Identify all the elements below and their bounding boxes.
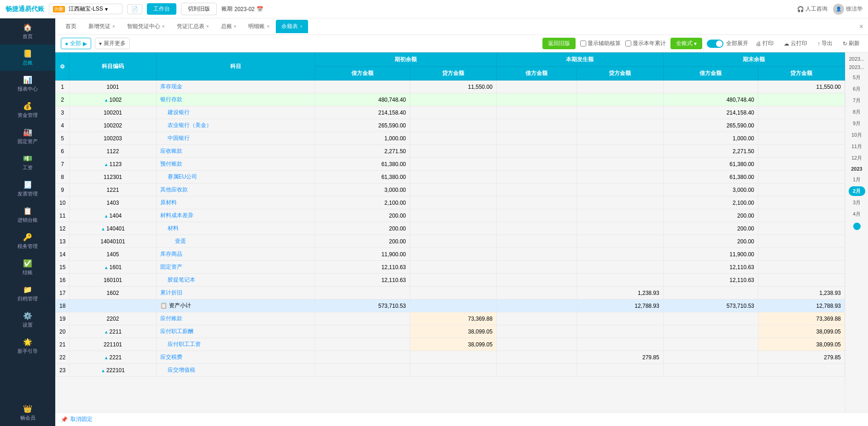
subject-name[interactable]: 应付职工工资 xyxy=(156,338,315,351)
close-all-tabs[interactable]: × xyxy=(859,23,863,31)
month-5[interactable]: 5月 xyxy=(849,73,865,82)
subject-name[interactable]: 预付账款 xyxy=(156,158,315,171)
settings-col-header[interactable]: ⚙ xyxy=(56,53,70,81)
tab-new-voucher[interactable]: 新增凭证 × xyxy=(83,20,121,33)
bottom-bar: 📌 取消固定 xyxy=(55,412,868,426)
expand-all-toggle[interactable]: 全部展开 xyxy=(707,40,748,48)
subject-name[interactable]: 胶提笔记本 xyxy=(156,274,315,287)
tab-smart-voucher-close[interactable]: × xyxy=(162,24,165,29)
subject-name[interactable]: 壹蛋 xyxy=(156,235,315,248)
subject-name[interactable]: 应交增值税 xyxy=(156,364,315,377)
tab-balance[interactable]: 余额表 × xyxy=(276,20,308,33)
sidebar-item-home[interactable]: 🏠 首页 xyxy=(0,18,55,45)
show-ytd-checkbox[interactable]: 显示本年累计 xyxy=(625,40,666,47)
switch-old-btn[interactable]: 切到旧版 xyxy=(181,3,217,15)
month-1[interactable]: 1月 xyxy=(849,175,865,184)
user-info[interactable]: 👤 徐洁华 xyxy=(833,4,862,15)
subject-name[interactable]: 其他应收款 xyxy=(156,184,315,196)
subject-name[interactable]: 应付账款 xyxy=(156,312,315,325)
subject-name[interactable]: 固定资产 xyxy=(156,261,315,274)
subject-code: 1403 xyxy=(70,196,156,209)
tab-detail-ledger[interactable]: 明细账 × xyxy=(243,20,275,33)
sidebar-item-salary[interactable]: 💵 工资 xyxy=(0,150,55,176)
month-12[interactable]: 12月 xyxy=(849,153,865,163)
doc-icon-btn[interactable]: 📄 xyxy=(127,4,142,14)
right-panel-toggle[interactable] xyxy=(853,223,861,230)
aux-checkbox-input[interactable] xyxy=(580,40,586,46)
subject-name[interactable]: 应付职工薪酬 xyxy=(156,325,315,338)
service-btn[interactable]: 🎧 人工咨询 xyxy=(797,5,827,13)
subject-name[interactable]: 应交税费 xyxy=(156,351,315,364)
subject-name[interactable]: 赛属EU公司 xyxy=(156,171,315,184)
row-no: 9 xyxy=(56,184,70,196)
tab-balance-close[interactable]: × xyxy=(300,24,303,29)
subject-name[interactable]: 建设银行 xyxy=(156,106,315,119)
subject-name[interactable]: 材料 xyxy=(156,222,315,235)
print-btn[interactable]: 🖨 打印 xyxy=(753,38,776,49)
tab-general-ledger-close[interactable]: × xyxy=(234,24,237,29)
filter-all-btn[interactable]: ● 全部 ▶ xyxy=(61,38,91,49)
tab-home[interactable]: 首页 xyxy=(60,20,82,33)
month-7[interactable]: 7月 xyxy=(849,96,865,105)
month-11[interactable]: 11月 xyxy=(849,142,865,151)
opening-header: 期初余额 xyxy=(315,53,496,67)
ytd-checkbox-input[interactable] xyxy=(625,40,631,46)
sidebar-item-tax[interactable]: 🔑 税务管理 xyxy=(0,228,55,254)
show-aux-checkbox[interactable]: 显示辅助核算 xyxy=(580,40,621,47)
subject-name[interactable]: 银行存款 xyxy=(156,93,315,106)
subject-name[interactable]: 材料成本差异 xyxy=(156,209,315,222)
subject-name[interactable]: 农业银行（美金） xyxy=(156,119,315,132)
month-2-active[interactable]: 2月 xyxy=(849,186,865,196)
company-select[interactable]: 勿删 江西融宝-LSS ▾ xyxy=(49,4,122,14)
tab-smart-voucher[interactable]: 智能凭证中心 × xyxy=(122,20,170,33)
tab-voucher-summary[interactable]: 凭证汇总表 × xyxy=(171,20,215,33)
tab-new-voucher-close[interactable]: × xyxy=(112,24,115,29)
tab-general-ledger[interactable]: 总账 × xyxy=(216,20,242,33)
refresh-btn[interactable]: ↻ 刷新 xyxy=(840,38,862,49)
format-btn[interactable]: 全账式 ▾ xyxy=(670,38,702,49)
month-3[interactable]: 3月 xyxy=(849,198,865,207)
end-debit: 200.00 xyxy=(663,235,758,248)
sidebar-item-guide[interactable]: 🌟 新手引导 xyxy=(0,333,55,359)
toggle-switch-control[interactable] xyxy=(707,40,723,48)
subject-name[interactable]: 库存现金 xyxy=(156,81,315,93)
sidebar-item-settings[interactable]: ⚙️ 设置 xyxy=(0,307,55,333)
cur-credit xyxy=(577,196,663,209)
pin-icon: 📌 xyxy=(61,416,68,423)
subtotal-name: 📋资产小计 xyxy=(156,299,315,312)
month-8[interactable]: 8月 xyxy=(849,107,865,117)
month-4[interactable]: 4月 xyxy=(849,209,865,219)
tab-voucher-summary-close[interactable]: × xyxy=(206,24,209,29)
month-6[interactable]: 6月 xyxy=(849,84,865,94)
subject-code: 100202 xyxy=(70,119,156,132)
sidebar-item-invoice[interactable]: 🧾 发票管理 xyxy=(0,176,55,202)
month-10[interactable]: 10月 xyxy=(849,130,865,140)
cancel-pin-label[interactable]: 取消固定 xyxy=(70,415,93,423)
subject-name[interactable]: 原材料 xyxy=(156,196,315,209)
subject-name[interactable]: 库存商品 xyxy=(156,248,315,261)
workspace-btn[interactable]: 工作台 xyxy=(147,3,176,15)
tab-detail-ledger-close[interactable]: × xyxy=(267,24,269,29)
return-old-btn[interactable]: 返回旧版 xyxy=(542,38,576,49)
table-container[interactable]: ⚙ 科目编码 科目 期初余额 本期发生额 期末余额 借方金额 贷方金额 借方金额… xyxy=(55,52,845,412)
sidebar-item-reports[interactable]: 📊 报表中心 xyxy=(0,71,55,97)
cur-credit xyxy=(577,274,663,287)
sidebar-item-ledger[interactable]: 📒 总账 xyxy=(0,45,55,71)
subject-name[interactable]: 中国银行 xyxy=(156,132,315,145)
cur-debit xyxy=(496,106,577,119)
sidebar-item-sales[interactable]: 📋 进销台账 xyxy=(0,202,55,228)
sidebar-item-archive[interactable]: 📁 归档管理 xyxy=(0,281,55,307)
sidebar-item-member[interactable]: 👑 畅会员 xyxy=(0,400,55,426)
expand-more-btn[interactable]: ▾ 展开更多 xyxy=(95,38,130,49)
sidebar-item-assets[interactable]: 🏭 固定资产 xyxy=(0,123,55,150)
subject-name[interactable]: 累计折旧 xyxy=(156,287,315,299)
avatar: 👤 xyxy=(833,4,844,15)
sidebar-item-funds[interactable]: 💰 资金管理 xyxy=(0,97,55,123)
month-9[interactable]: 9月 xyxy=(849,119,865,128)
sidebar-item-close[interactable]: ✅ 结账 xyxy=(0,254,55,281)
table-right-wrapper: ⚙ 科目编码 科目 期初余额 本期发生额 期末余额 借方金额 贷方金额 借方金额… xyxy=(55,52,868,412)
subject-name[interactable]: 应收账款 xyxy=(156,145,315,158)
subject-code: ▲1601 xyxy=(70,261,156,274)
cloud-print-btn[interactable]: ☁ 云打印 xyxy=(781,38,810,49)
export-btn[interactable]: ↑ 导出 xyxy=(815,38,835,49)
